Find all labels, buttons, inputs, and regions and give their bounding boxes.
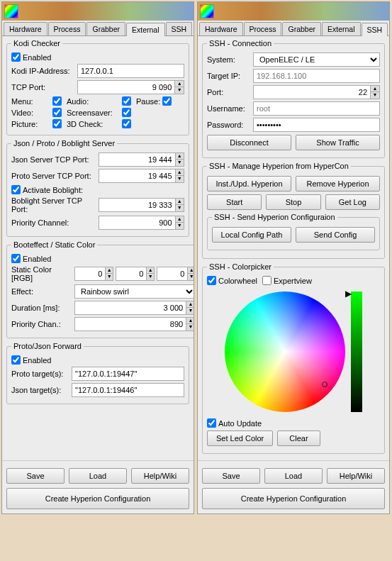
bottom-bar: Save Load Help/Wiki Create Hyperion Conf…: [198, 460, 389, 513]
pause-check[interactable]: [162, 96, 172, 106]
getlog-button[interactable]: Get Log: [325, 194, 380, 210]
tab-external[interactable]: External: [322, 22, 361, 35]
manage-legend: SSH - Manage Hyperion from HyperCon: [207, 162, 351, 170]
help-button[interactable]: Help/Wiki: [131, 468, 189, 484]
kodi-tcp-label: TCP Port:: [11, 83, 75, 91]
rgb-b-spinner[interactable]: ▲▼: [157, 267, 194, 281]
kodi-ip-input[interactable]: [77, 64, 184, 78]
tab-hardware[interactable]: Hardware: [4, 22, 47, 35]
load-button[interactable]: Load: [69, 468, 127, 484]
proto-port-spinner[interactable]: ▲▼: [99, 169, 184, 183]
tab-process[interactable]: Process: [48, 22, 86, 35]
ssh-send-group: SSH - Send Hyperion Configuraion Local C…: [207, 213, 380, 250]
jpb-legend: Json / Proto / Boblight Server: [11, 139, 117, 148]
ssh-port-spinner[interactable]: ▲▼: [253, 85, 380, 99]
load-button[interactable]: Load: [264, 468, 323, 484]
install-button[interactable]: Inst./Upd. Hyperion: [207, 176, 291, 191]
tab-grabber[interactable]: Grabber: [86, 22, 125, 35]
fwd-legend: Proto/Json Forward: [11, 342, 84, 350]
wheel-marker-icon: [322, 382, 327, 387]
tab-hardware[interactable]: Hardware: [199, 22, 243, 35]
boot-enabled-check[interactable]: Enabled: [11, 254, 51, 263]
audio-check[interactable]: [122, 96, 131, 106]
bob-port-spinner[interactable]: ▲▼: [99, 198, 184, 212]
create-config-button[interactable]: Create Hyperion Configuration: [202, 488, 385, 509]
boot-legend: Booteffect / Static Color: [11, 240, 97, 249]
boot-prio-spinner[interactable]: ▲▼: [74, 317, 194, 331]
auto-update-check[interactable]: Auto Update: [207, 418, 262, 428]
titlebar: [198, 2, 389, 21]
content-area: SSH - Connection System:OpenELEC / LE Ta…: [198, 36, 389, 460]
content-area: Kodi Checker Enabled Kodi IP-Address: TC…: [2, 36, 194, 460]
expertview-check[interactable]: Expertview: [262, 276, 312, 285]
ssh-connection-group: SSH - Connection System:OpenELEC / LE Ta…: [202, 39, 385, 158]
save-button[interactable]: Save: [6, 468, 65, 484]
kodi-ip-label: Kodi IP-Address:: [11, 67, 75, 75]
right-window: Hardware Process Grabber External SSH SS…: [197, 1, 390, 514]
bottom-bar: Save Load Help/Wiki Create Hyperion Conf…: [2, 460, 194, 513]
forward-group: Proto/Json Forward Enabled Proto target(…: [6, 342, 189, 404]
create-config-button[interactable]: Create Hyperion Configuration: [6, 488, 189, 509]
video-check[interactable]: [52, 108, 62, 117]
rgb-g-spinner[interactable]: ▲▼: [116, 267, 155, 281]
kodi-tcp-spinner[interactable]: ▲▼: [77, 80, 184, 94]
save-button[interactable]: Save: [202, 468, 260, 484]
kodi-enabled-check[interactable]: Enabled: [11, 52, 51, 62]
kodi-checker-group: Kodi Checker Enabled Kodi IP-Address: TC…: [6, 39, 189, 135]
picker-legend: SSH - Colorpicker: [207, 262, 274, 271]
conn-legend: SSH - Connection: [207, 39, 274, 48]
tab-ssh[interactable]: SSH: [166, 22, 193, 35]
stop-button[interactable]: Stop: [266, 194, 320, 210]
menu-check[interactable]: [52, 96, 62, 106]
local-config-button[interactable]: Local Config Path: [212, 227, 291, 243]
help-button[interactable]: Help/Wiki: [327, 468, 385, 484]
tab-process[interactable]: Process: [244, 22, 282, 35]
prio-spinner[interactable]: ▲▼: [99, 216, 184, 230]
screensaver-check[interactable]: [122, 108, 131, 117]
ssh-manage-group: SSH - Manage Hyperion from HyperCon Inst…: [202, 162, 385, 259]
json-proto-group: Json / Proto / Boblight Server Json Serv…: [6, 139, 189, 237]
value-slider[interactable]: ▶: [351, 291, 362, 412]
proto-target-input[interactable]: [72, 367, 184, 381]
fwd-enabled-check[interactable]: Enabled: [11, 355, 51, 365]
app-icon: [4, 4, 18, 18]
tab-external[interactable]: External: [126, 23, 165, 36]
app-icon: [200, 4, 214, 18]
remove-button[interactable]: Remove Hyperion: [296, 176, 380, 191]
target-ip-input[interactable]: [253, 69, 380, 83]
send-legend: SSH - Send Hyperion Configuraion: [212, 213, 337, 221]
left-window: Hardware Process Grabber External SSH Ko…: [1, 1, 194, 514]
color-wheel[interactable]: [225, 291, 345, 412]
username-input[interactable]: [253, 101, 380, 116]
show-traffic-button[interactable]: Show Traffic: [296, 135, 380, 150]
json-port-spinner[interactable]: ▲▼: [99, 152, 184, 167]
colorpicker-group: SSH - Colorpicker Colorwheel Expertview …: [202, 262, 385, 454]
kodi-legend: Kodi Checker: [11, 39, 62, 48]
activate-boblight-check[interactable]: Activate Boblight:: [11, 185, 83, 194]
start-button[interactable]: Start: [207, 194, 262, 210]
disconnect-button[interactable]: Disconnect: [207, 135, 291, 150]
tab-bar: Hardware Process Grabber External SSH: [198, 21, 389, 36]
set-led-button[interactable]: Set Led Color: [207, 431, 273, 446]
picture-check[interactable]: [52, 119, 62, 128]
booteffect-group: Booteffect / Static Color Enabled Static…: [6, 240, 194, 338]
system-select[interactable]: OpenELEC / LE: [253, 52, 380, 67]
clear-button[interactable]: Clear: [277, 431, 320, 446]
titlebar: [2, 2, 194, 21]
3dcheck-check[interactable]: [122, 119, 131, 128]
password-input[interactable]: [253, 118, 380, 132]
tab-grabber[interactable]: Grabber: [282, 22, 321, 35]
json-target-input[interactable]: [72, 383, 184, 397]
colorwheel-check[interactable]: Colorwheel: [207, 276, 257, 285]
tab-ssh[interactable]: SSH: [362, 23, 388, 36]
slider-marker-icon: ▶: [345, 289, 352, 299]
effect-select[interactable]: Rainbow swirl: [74, 284, 194, 299]
duration-spinner[interactable]: ▲▼: [74, 301, 194, 315]
tab-bar: Hardware Process Grabber External SSH: [2, 21, 194, 36]
rgb-r-spinner[interactable]: ▲▼: [74, 267, 113, 281]
send-config-button[interactable]: Send Config: [296, 227, 375, 243]
